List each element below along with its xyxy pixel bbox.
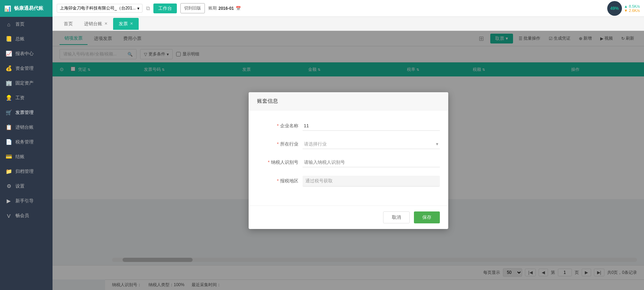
main-area: 上海卯金刀电子科技有限公司_（台201... ▾ ⧉ 工作台 切到旧版 账期 2… (53, 0, 644, 290)
sidebar-item-settlement[interactable]: 💳 结账 (0, 149, 53, 164)
tab-inout[interactable]: 进销台账 ✕ (78, 18, 113, 30)
modal-footer: 取消 保存 (249, 205, 448, 229)
tax-region-display: 通过税号获取 (303, 176, 440, 187)
sidebar-item-member[interactable]: V 畅会员 (0, 208, 53, 223)
reports-icon: 📈 (6, 50, 12, 57)
workbench-button[interactable]: 工作台 (153, 4, 177, 13)
sidebar-item-assets[interactable]: 🏢 固定资产 (0, 76, 53, 90)
modal-overlay: 账套信息 * 企业名称 (53, 31, 644, 290)
industry-select-wrapper: 请选择行业 ▾ (303, 139, 440, 149)
save-button[interactable]: 保存 (414, 211, 440, 223)
sidebar-item-inout[interactable]: 📋 进销台账 (0, 120, 53, 135)
inout-icon: 📋 (6, 124, 12, 130)
tab-invoice-close-icon[interactable]: ✕ (130, 21, 133, 26)
sidebar-item-ledger[interactable]: 📒 总账 (0, 32, 53, 46)
cancel-button[interactable]: 取消 (383, 211, 410, 223)
sidebar-item-home[interactable]: ⌂ 首页 (0, 17, 53, 32)
industry-select[interactable]: 请选择行业 (304, 141, 436, 147)
modal-body: * 企业名称 * 所在行业 (249, 110, 448, 205)
settlement-icon: 💳 (6, 154, 12, 160)
sidebar-item-funds[interactable]: 💰 资金管理 (0, 61, 53, 76)
sidebar-item-label: 发票管理 (15, 109, 34, 116)
tab-bar: 首页 进销台账 ✕ 发票 ✕ (53, 17, 644, 31)
company-dropdown-icon: ▾ (137, 6, 139, 11)
home-icon: ⌂ (6, 21, 12, 27)
tax-region-label: * 报税地区 (257, 178, 303, 184)
app-logo: 📊 畅康通易代账 (0, 0, 53, 17)
logo-text: 畅康通易代账 (14, 5, 43, 12)
modal-header: 账套信息 (249, 92, 448, 110)
sidebar-item-label: 资金管理 (15, 65, 34, 72)
modal-title: 账套信息 (257, 98, 278, 104)
sidebar-item-label: 新手引导 (15, 198, 34, 204)
industry-label: * 所在行业 (257, 141, 303, 147)
sidebar: 📊 畅康通易代账 ⌂ 首页 📒 总账 📈 报表中心 💰 资金管理 🏢 固定资产 … (0, 0, 53, 290)
form-row-industry: * 所在行业 请选择行业 ▾ (257, 139, 440, 149)
sidebar-item-label: 设置 (15, 183, 25, 189)
speed-up: ▲ 8.5K/s (624, 4, 640, 8)
calendar-icon[interactable]: 📅 (236, 6, 241, 11)
tax-id-label: * 纳税人识别号 (257, 159, 303, 166)
tab-home-label: 首页 (64, 21, 73, 27)
sidebar-item-label: 畅会员 (15, 213, 29, 219)
logo-icon: 📊 (4, 5, 11, 12)
sidebar-item-archive[interactable]: 📁 归档管理 (0, 164, 53, 179)
member-icon: V (6, 213, 12, 219)
tab-invoice[interactable]: 发票 ✕ (113, 18, 139, 30)
period-label: 账期 2016-01 📅 (208, 5, 241, 11)
content-area: 销项发票 进项发票 费用小票 ⊞ 取票 ▾ ☰ 批量操作 (53, 31, 644, 290)
sidebar-item-payroll[interactable]: 👷 工资 (0, 90, 53, 105)
speed-info: ▲ 8.5K/s ▼ 2.6K/s (624, 4, 640, 13)
sidebar-item-label: 总账 (15, 36, 25, 42)
speed-down: ▼ 2.6K/s (624, 8, 640, 13)
ledger-icon: 📒 (6, 36, 12, 42)
settings-icon: ⚙ (6, 183, 12, 189)
account-info-modal: 账套信息 * 企业名称 (249, 92, 448, 229)
sidebar-item-settings[interactable]: ⚙ 设置 (0, 179, 53, 194)
company-name-label: * 企业名称 (257, 123, 303, 129)
header-bar: 上海卯金刀电子科技有限公司_（台201... ▾ ⧉ 工作台 切到旧版 账期 2… (53, 0, 644, 17)
tab-inout-label: 进销台账 (84, 21, 102, 27)
sidebar-item-label: 税务管理 (15, 139, 34, 145)
sidebar-item-label: 归档管理 (15, 168, 34, 175)
form-row-company-name: * 企业名称 (257, 121, 440, 131)
tab-home[interactable]: 首页 (58, 18, 78, 30)
tab-invoice-label: 发票 (119, 21, 128, 27)
sidebar-item-invoice[interactable]: 🛒 发票管理 (0, 105, 53, 120)
form-row-tax-id: * 纳税人识别号 (257, 157, 440, 167)
speed-widget: 49% (607, 1, 622, 16)
sidebar-item-label: 结账 (15, 154, 25, 160)
sidebar-item-guide[interactable]: ▶ 新手引导 (0, 194, 53, 208)
company-name-input[interactable] (303, 121, 440, 131)
sidebar-item-label: 首页 (15, 21, 25, 27)
header-right: 49% ▲ 8.5K/s ▼ 2.6K/s (607, 1, 640, 16)
tab-inout-close-icon[interactable]: ✕ (104, 21, 108, 26)
old-version-button[interactable]: 切到旧版 (180, 3, 205, 13)
tax-icon: 📄 (6, 139, 12, 145)
assets-icon: 🏢 (6, 80, 12, 86)
industry-dropdown-icon: ▾ (436, 141, 438, 147)
sidebar-item-label: 进销台账 (15, 124, 34, 130)
sidebar-item-label: 固定资产 (15, 80, 34, 86)
tax-id-input[interactable] (303, 157, 440, 167)
sidebar-item-reports[interactable]: 📈 报表中心 (0, 46, 53, 61)
sidebar-item-tax[interactable]: 📄 税务管理 (0, 135, 53, 149)
company-name: 上海卯金刀电子科技有限公司_（台201... (60, 5, 136, 11)
form-row-tax-region: * 报税地区 通过税号获取 (257, 176, 440, 187)
copy-icon[interactable]: ⧉ (146, 5, 150, 12)
company-selector[interactable]: 上海卯金刀电子科技有限公司_（台201... ▾ (57, 4, 143, 13)
funds-icon: 💰 (6, 65, 12, 72)
archive-icon: 📁 (6, 168, 12, 175)
payroll-icon: 👷 (6, 95, 12, 101)
sidebar-item-label: 工资 (15, 95, 25, 101)
guide-icon: ▶ (6, 198, 12, 204)
sidebar-item-label: 报表中心 (15, 50, 34, 57)
invoice-icon: 🛒 (6, 109, 12, 116)
